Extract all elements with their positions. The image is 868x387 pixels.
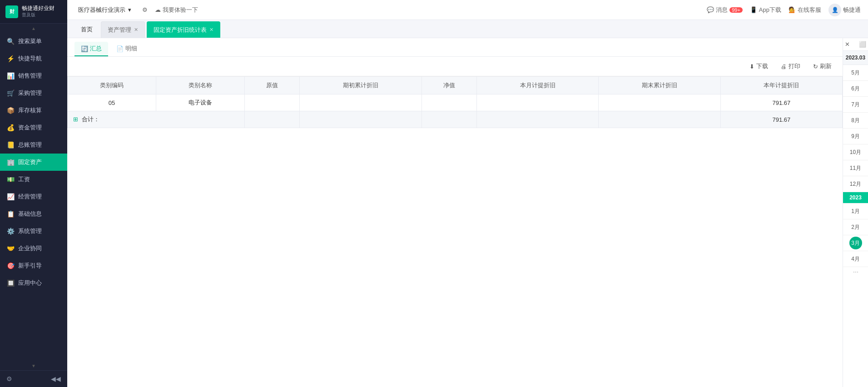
chevron-down-icon: ▾ (128, 6, 131, 13)
sidebar-item-app-center[interactable]: 🔲 应用中心 (0, 274, 67, 292)
table-header-row: 类别编码 类别名称 原值 期初累计折旧 净值 本月计提折旧 期末累计折旧 本年计… (68, 77, 843, 94)
online-service-btn[interactable]: 💁 在线客服 (789, 6, 821, 14)
cell-name: 电子设备 (156, 94, 244, 111)
date-2023-3[interactable]: 3月 (843, 235, 868, 251)
sidebar-item-ledger[interactable]: 📒 总账管理 (0, 136, 67, 154)
sidebar-item-inventory[interactable]: 📦 库存核算 (0, 102, 67, 119)
detail-icon: 📄 (116, 45, 124, 52)
message-label: 消息 (716, 6, 728, 14)
date-circle-7: 7月 (849, 98, 862, 111)
date-9[interactable]: 9月 (843, 129, 868, 144)
col-category-name: 类别名称 (156, 77, 244, 94)
online-service-label: 在线客服 (798, 6, 821, 14)
date-circle-10: 10月 (849, 146, 862, 159)
date-panel-expand-btn[interactable]: ⬜ (859, 41, 866, 48)
subtab-detail[interactable]: 📄 明细 (110, 42, 144, 56)
inventory-icon: 📦 (6, 106, 15, 114)
date-5[interactable]: 5月 (843, 65, 868, 81)
date-circle-2023-2: 2月 (849, 221, 862, 233)
topbar-left: 医疗器械行业演示 ▾ ⚙ ☁ 我要体验一下 (74, 4, 198, 16)
summary-icon: 🔄 (81, 45, 88, 52)
app-logo: 财 畅捷通好业财 普及版 (0, 0, 67, 24)
tab-asset-mgmt-close[interactable]: ✕ (134, 27, 138, 33)
sidebar-item-system[interactable]: ⚙️ 系统管理 (0, 223, 67, 240)
total-net (422, 111, 476, 128)
date-11[interactable]: 11月 (843, 160, 868, 176)
date-expand-dots[interactable]: ⋯ (843, 267, 868, 277)
app-download-btn[interactable]: 📱 App下载 (750, 6, 781, 14)
tab-depreciation-report[interactable]: 固定资产折旧统计表 ✕ (147, 21, 220, 38)
tab-depreciation-label: 固定资产折旧统计表 (154, 26, 207, 34)
total-accumulated (300, 111, 422, 128)
experience-btn[interactable]: ☁ 我要体验一下 (155, 6, 198, 14)
date-2023-1[interactable]: 1月 (843, 203, 868, 219)
sales-icon: 📊 (6, 72, 15, 80)
download-icon: ⬇ (749, 63, 754, 70)
depreciation-table: 类别编码 类别名称 原值 期初累计折旧 净值 本月计提折旧 期末累计折旧 本年计… (67, 76, 843, 128)
date-circle-11: 11月 (849, 162, 862, 174)
total-monthly (477, 111, 599, 128)
sidebar-search-label: 搜索菜单 (18, 37, 42, 45)
payroll-icon: 💵 (6, 175, 15, 184)
sidebar-basic-info-label: 基础信息 (18, 210, 42, 218)
date-8[interactable]: 8月 (843, 113, 868, 129)
sidebar-item-guide[interactable]: 🎯 新手引导 (0, 257, 67, 274)
tab-asset-mgmt[interactable]: 资产管理 ✕ (101, 21, 145, 38)
user-area[interactable]: 👤 畅捷通 (828, 4, 861, 16)
scroll-up-arrow[interactable]: ▲ (31, 26, 36, 31)
sidebar-item-purchase[interactable]: 🛒 采购管理 (0, 84, 67, 102)
subtab-bar: 🔄 汇总 📄 明细 (67, 38, 843, 57)
date-6[interactable]: 6月 (843, 81, 868, 97)
sidebar-item-quicknav[interactable]: ⚡ 快捷导航 (0, 50, 67, 67)
company-selector[interactable]: 医疗器械行业演示 ▾ (74, 4, 135, 16)
settings-bottom-icon[interactable]: ⚙ (6, 375, 12, 382)
fixed-assets-icon: 🏢 (6, 158, 15, 166)
date-2023-2[interactable]: 2月 (843, 219, 868, 235)
date-panel-close-btn[interactable]: ✕ (845, 41, 850, 48)
tab-depreciation-close[interactable]: ✕ (209, 27, 213, 33)
date-panel-header-row: ✕ ⬜ (843, 38, 868, 51)
date-12[interactable]: 12月 (843, 176, 868, 192)
sidebar-guide-label: 新手引导 (18, 262, 42, 270)
refresh-btn[interactable]: ↻ 刷新 (809, 60, 835, 72)
sidebar-item-finance[interactable]: 💰 资金管理 (0, 119, 67, 136)
tab-asset-mgmt-label: 资产管理 (108, 26, 131, 34)
ledger-icon: 📒 (6, 141, 15, 149)
date-2023-4[interactable]: 4月 (843, 251, 868, 267)
logo-sub: 普及版 (22, 12, 55, 18)
table-toolbar: ⬇ 下载 🖨 打印 ↻ 刷新 (67, 57, 843, 76)
print-label: 打印 (789, 62, 800, 70)
print-btn[interactable]: 🖨 打印 (777, 60, 804, 72)
search-icon: 🔍 (6, 37, 15, 45)
year-2023-label: 2023 (843, 192, 868, 203)
sidebar-item-payroll[interactable]: 💵 工资 (0, 171, 67, 188)
date-7[interactable]: 7月 (843, 97, 868, 113)
sidebar-operations-label: 经营管理 (18, 193, 42, 201)
scroll-down-arrow[interactable]: ▼ (31, 363, 36, 368)
sidebar-item-enterprise[interactable]: 🤝 企业协同 (0, 240, 67, 257)
sidebar-item-sales[interactable]: 📊 销售管理 (0, 67, 67, 84)
avatar: 👤 (828, 4, 841, 16)
col-yearly-depreciation: 本年计提折旧 (720, 77, 842, 94)
message-btn[interactable]: 💬 消息 99+ (707, 6, 743, 14)
col-original-value: 原值 (244, 77, 299, 94)
total-period (599, 111, 720, 128)
date-circle-9: 9月 (849, 130, 862, 143)
date-circle-12: 12月 (849, 178, 862, 190)
cell-accumulated (300, 94, 422, 111)
date-10[interactable]: 10月 (843, 144, 868, 160)
sidebar-item-fixed-assets[interactable]: 🏢 固定资产 (0, 154, 67, 171)
subtab-summary[interactable]: 🔄 汇总 (74, 42, 108, 56)
collapse-sidebar-icon[interactable]: ◀◀ (51, 375, 61, 382)
sidebar-enterprise-label: 企业协同 (18, 244, 42, 253)
settings-icon[interactable]: ⚙ (139, 4, 151, 16)
date-panel: ✕ ⬜ 2023.03 5月 6月 7月 8月 9月 10月 (843, 38, 868, 387)
sidebar-app-center-label: 应用中心 (18, 279, 42, 287)
sidebar-item-search[interactable]: 🔍 搜索菜单 (0, 33, 67, 50)
sidebar-item-operations[interactable]: 📈 经营管理 (0, 188, 67, 205)
tab-home[interactable]: 首页 (74, 21, 99, 38)
col-category-code: 类别编码 (68, 77, 156, 94)
topbar-right: 💬 消息 99+ 📱 App下载 💁 在线客服 👤 畅捷通 (707, 4, 861, 16)
download-btn[interactable]: ⬇ 下载 (746, 60, 772, 72)
sidebar-item-basic-info[interactable]: 📋 基础信息 (0, 205, 67, 223)
